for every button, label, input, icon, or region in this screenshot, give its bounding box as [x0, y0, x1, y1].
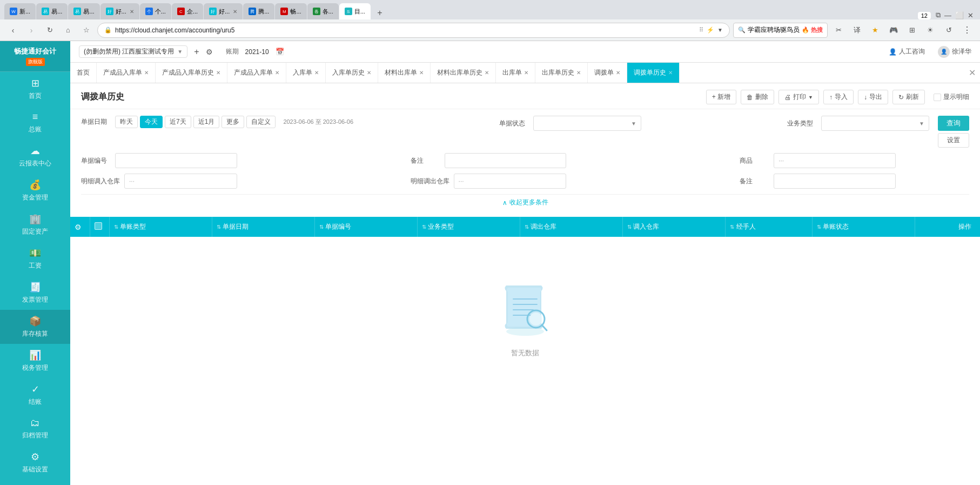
collapse-more-button[interactable]: ∧ 收起更多条件	[81, 194, 969, 210]
browser-tab-5[interactable]: 个 个...	[140, 3, 171, 19]
tab-close-4[interactable]: ✕	[130, 9, 134, 15]
sidebar-item-payroll[interactable]: 💵 工资	[0, 242, 70, 276]
goods-select[interactable]: ···	[774, 153, 896, 168]
calendar-icon[interactable]: 📅	[276, 48, 284, 56]
settings-btn-filter[interactable]: 设置	[938, 133, 969, 148]
browser-tab-4[interactable]: 好 好... ✕	[100, 3, 139, 19]
sidebar-item-funds[interactable]: 💰 资金管理	[0, 174, 70, 208]
detail-in-select[interactable]: ···	[124, 174, 237, 189]
remark2-input[interactable]	[774, 174, 896, 189]
add-company-button[interactable]: +	[194, 47, 199, 57]
tab-close-product-history[interactable]: ✕	[216, 70, 220, 76]
browser-tab-3[interactable]: 易 易...	[68, 3, 99, 19]
page-tab-outbound-history[interactable]: 出库单历史 ✕	[535, 63, 588, 83]
page-tab-inbound-history[interactable]: 入库单历史 ✕	[326, 63, 378, 83]
browser-tab-11[interactable]: S 目...	[339, 3, 371, 19]
nav-bookmark-button[interactable]: ☆	[79, 23, 94, 38]
tab-close-inbound-history[interactable]: ✕	[367, 70, 371, 76]
tab-close-product-2[interactable]: ✕	[275, 70, 279, 76]
window-restore-icon[interactable]: ⧉	[936, 11, 941, 19]
window-maximize-icon[interactable]: ⬜	[955, 11, 964, 19]
new-tab-button[interactable]: +	[373, 6, 386, 19]
extension-icon-2[interactable]: 🎮	[886, 23, 901, 38]
browser-tab-9[interactable]: M 畅...	[275, 3, 306, 19]
menu-icon[interactable]: ⋮	[959, 23, 975, 38]
th-transfer-out[interactable]: ⇅ 调出仓库	[520, 217, 623, 237]
window-close-icon[interactable]: ✕	[968, 11, 974, 19]
browser-tab-2[interactable]: 易 易...	[36, 3, 68, 19]
new-button[interactable]: + 新增	[706, 90, 736, 104]
th-transfer-in[interactable]: ⇅ 调入仓库	[623, 217, 726, 237]
nav-back-button[interactable]: ‹	[5, 23, 21, 38]
translate-icon[interactable]: 译	[849, 23, 864, 38]
th-bill-no[interactable]: ⇅ 单据编号	[314, 217, 417, 237]
billno-input[interactable]	[115, 153, 237, 168]
browser-tab-7[interactable]: 好 好... ✕	[204, 3, 243, 19]
page-tab-transfer-history[interactable]: 调拨单历史 ✕	[627, 63, 680, 83]
close-all-tabs-button[interactable]: ✕	[964, 68, 980, 78]
tab-close-material-out-history[interactable]: ✕	[485, 70, 489, 76]
page-tab-product-inbound-history[interactable]: 产成品入库单历史 ✕	[156, 63, 227, 83]
tab-close-product-inbound[interactable]: ✕	[144, 70, 149, 76]
last1month-button[interactable]: 近1月	[193, 116, 220, 128]
sidebar-item-guide[interactable]: 🎓 新手引导	[0, 480, 70, 485]
nav-forward-button[interactable]: ›	[24, 23, 39, 38]
th-settings[interactable]: ⚙	[70, 217, 90, 237]
remark-input[interactable]	[445, 153, 567, 168]
browser-tab-6[interactable]: C 企...	[172, 3, 203, 19]
user-avatar[interactable]: 👤 徐泽华	[938, 46, 971, 58]
delete-button[interactable]: 🗑 删除	[741, 90, 774, 104]
sidebar-item-settings[interactable]: ⚙ 基础设置	[0, 446, 70, 480]
tab-close-transfer[interactable]: ✕	[616, 70, 620, 76]
scissors-icon[interactable]: ✂	[831, 23, 846, 38]
sidebar-item-inventory[interactable]: 📦 库存核算	[0, 310, 70, 344]
tab-close-outbound-history[interactable]: ✕	[576, 70, 581, 76]
th-bill-status[interactable]: ⇅ 单账状态	[812, 217, 915, 237]
refresh-button[interactable]: ↻ 刷新	[892, 90, 925, 104]
nav-home-button[interactable]: ⌂	[61, 23, 76, 38]
page-tab-inbound[interactable]: 入库单 ✕	[286, 63, 326, 83]
page-tab-product-inbound[interactable]: 产成品入库单 ✕	[97, 63, 156, 83]
yesterday-button[interactable]: 昨天	[115, 116, 138, 128]
extension-icon-1[interactable]: ★	[868, 23, 883, 38]
th-handler[interactable]: ⇅ 经手人	[726, 217, 812, 237]
sidebar-item-close-account[interactable]: ✓ 结账	[0, 378, 70, 412]
print-button[interactable]: 🖨 打印 ▼	[778, 90, 819, 104]
tab-close-transfer-history[interactable]: ✕	[668, 70, 673, 76]
sidebar-item-ledger[interactable]: ≡ 总账	[0, 106, 70, 139]
undo-icon[interactable]: ↺	[941, 23, 956, 38]
detail-out-select[interactable]: ···	[454, 174, 567, 189]
dropdown-arrow-icon[interactable]: ▼	[717, 27, 723, 33]
page-tab-transfer[interactable]: 调拨单 ✕	[588, 63, 627, 83]
import-button[interactable]: ↑ 导入	[823, 90, 854, 104]
settings-gear-icon-table[interactable]: ⚙	[75, 223, 82, 231]
settings-gear-icon[interactable]: ⚙	[206, 48, 213, 56]
page-tab-home[interactable]: 首页	[70, 63, 97, 83]
more-button[interactable]: 更多	[221, 116, 244, 128]
biztype-select[interactable]: ▼	[821, 116, 929, 131]
sidebar-item-home[interactable]: ⊞ 首页	[0, 72, 70, 106]
browser-tab-1[interactable]: W 新...	[4, 3, 36, 19]
status-select[interactable]: ▼	[533, 116, 641, 131]
tab-close-outbound[interactable]: ✕	[524, 70, 528, 76]
page-tab-product-inbound-2[interactable]: 产成品入库单 ✕	[227, 63, 286, 83]
browser-tab-10[interactable]: 各 各...	[307, 3, 339, 19]
header-checkbox[interactable]	[95, 222, 102, 230]
sidebar-item-cloud-report[interactable]: ☁ 云报表中心	[0, 139, 70, 174]
grid-icon[interactable]: ⊞	[904, 23, 919, 38]
search-box[interactable]: 🔍 学霸应聘场驱鸟员 🔥 热搜	[733, 23, 828, 38]
sidebar-item-invoice[interactable]: 🧾 发票管理	[0, 276, 70, 310]
window-minimize-icon[interactable]: —	[944, 11, 951, 19]
sidebar-item-fixed-assets[interactable]: 🏢 固定资产	[0, 208, 70, 242]
brightness-icon[interactable]: ☀	[923, 23, 938, 38]
tab-close-material-out[interactable]: ✕	[419, 70, 424, 76]
custom-button[interactable]: 自定义	[246, 116, 276, 128]
checkbox-display[interactable]	[934, 94, 941, 101]
sidebar-item-archive[interactable]: 🗂 归档管理	[0, 412, 70, 446]
page-tab-material-outbound-history[interactable]: 材料出库单历史 ✕	[431, 63, 496, 83]
lightning-icon[interactable]: ⚡	[707, 26, 714, 34]
site-info-icon[interactable]: ⠿	[699, 26, 703, 34]
address-bar[interactable]: 🔒 https://cloud.chanjet.com/accounting/u…	[97, 23, 730, 38]
query-button[interactable]: 查询	[938, 116, 969, 131]
customer-service[interactable]: 👤 人工咨询	[889, 47, 925, 56]
